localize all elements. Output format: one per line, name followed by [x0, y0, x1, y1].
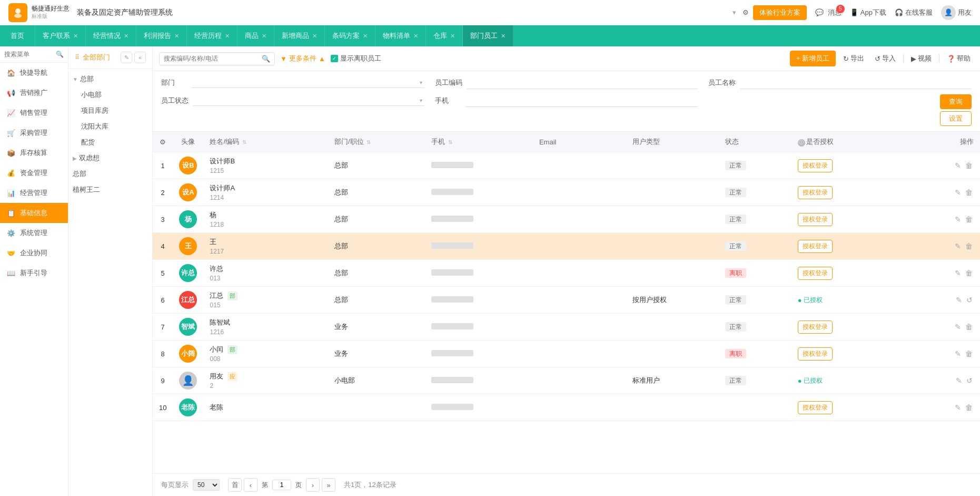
tab-customers-close[interactable]: ✕ — [73, 33, 78, 40]
dept-node-shenyang[interactable]: 沈阳大库 — [68, 119, 152, 134]
delete-button[interactable]: 🗑 — [965, 242, 973, 250]
dept-node-distribution[interactable]: 配货 — [68, 134, 152, 150]
tab-add-goods[interactable]: 新增商品 ✕ — [274, 25, 325, 46]
dept-node-planting[interactable]: 植树王二 — [68, 182, 152, 198]
tab-business-close[interactable]: ✕ — [124, 33, 128, 40]
edit-button[interactable]: ✎ — [955, 161, 961, 170]
auth-login-button[interactable]: 授权登录 — [798, 401, 833, 414]
employee-search-input[interactable] — [164, 55, 259, 62]
app-download-button[interactable]: 📱 App下载 — [850, 8, 886, 17]
dept-node-project-room[interactable]: 项目库房 — [68, 103, 152, 119]
tab-home[interactable]: 首页 — [0, 25, 35, 46]
auth-info-icon[interactable]: ⓘ — [798, 139, 805, 147]
tab-barcode-close[interactable]: ✕ — [363, 33, 368, 40]
dept-node-double-think[interactable]: ▶双虑想 — [68, 150, 152, 166]
edit-button[interactable]: ✎ — [956, 376, 962, 385]
tab-add-goods-close[interactable]: ✕ — [312, 33, 317, 40]
title-dropdown-icon[interactable]: ▾ — [732, 8, 736, 16]
auth-login-button[interactable]: 授权登录 — [798, 320, 833, 334]
prev-page-button[interactable]: ‹ — [244, 478, 258, 492]
edit-button[interactable]: ✎ — [955, 323, 961, 331]
page-size-select[interactable]: 50 100 200 — [193, 479, 220, 491]
tab-business[interactable]: 经营情况 ✕ — [86, 25, 136, 46]
sidebar-item-guide[interactable]: 📖 新手引导 — [0, 263, 68, 283]
tab-goods-close[interactable]: ✕ — [262, 33, 266, 40]
sidebar-item-sales[interactable]: 📈 销售管理 — [0, 103, 68, 123]
edit-button[interactable]: ✎ — [955, 403, 961, 412]
col-phone[interactable]: 手机 ⇅ — [425, 132, 533, 152]
col-dept[interactable]: 部门/职位 ⇅ — [328, 132, 425, 152]
tab-employee[interactable]: 部门员工 ✕ — [463, 25, 513, 46]
next-page-button[interactable]: › — [306, 478, 320, 492]
import-button[interactable]: ↺ 导入 — [872, 52, 899, 65]
sidebar-item-purchase[interactable]: 🛒 采购管理 — [0, 123, 68, 143]
dept-node-small-elec[interactable]: 小电部 — [68, 87, 152, 103]
delete-button[interactable]: 🗑 — [965, 215, 973, 223]
delete-button[interactable]: ↺ — [966, 376, 973, 385]
tab-warehouse[interactable]: 仓库 ✕ — [426, 25, 463, 46]
delete-button[interactable]: 🗑 — [965, 161, 973, 170]
auth-login-button[interactable]: 授权登录 — [798, 347, 833, 361]
sidebar-item-inventory[interactable]: 📦 库存核算 — [0, 143, 68, 163]
user-menu[interactable]: 👤 用友 — [941, 5, 972, 20]
phone-input[interactable] — [466, 94, 698, 107]
sidebar-item-operations[interactable]: 📊 经营管理 — [0, 183, 68, 203]
edit-button[interactable]: ✎ — [955, 215, 961, 223]
sidebar-item-quick-nav[interactable]: 🏠 快捷导航 — [0, 63, 68, 83]
search-button[interactable]: 查询 — [940, 94, 972, 109]
set-button[interactable]: 设置 — [940, 111, 972, 126]
more-conditions-button[interactable]: ▼ 更多条件 ▲ — [280, 54, 325, 63]
auth-login-button[interactable]: 授权登录 — [798, 159, 833, 172]
delete-button[interactable]: 🗑 — [965, 349, 973, 358]
page-number-input[interactable] — [272, 480, 291, 490]
emp-code-input[interactable] — [467, 76, 698, 89]
dept-collapse-icon[interactable]: « — [134, 52, 146, 63]
sidebar-search-input[interactable] — [4, 51, 56, 58]
auth-login-button[interactable]: 授权登录 — [798, 186, 833, 199]
sidebar-item-basic-info[interactable]: 📋 基础信息 — [0, 203, 68, 223]
add-employee-button[interactable]: + 新增员工 — [790, 51, 836, 66]
tab-profit-close[interactable]: ✕ — [174, 33, 179, 40]
view-button[interactable]: ▶ 视频 — [908, 52, 935, 65]
dept-node-general[interactable]: ▼总部 — [68, 71, 152, 87]
emp-status-select[interactable]: ▾ — [193, 95, 424, 106]
tab-customers[interactable]: 客户联系 ✕ — [35, 25, 86, 46]
online-service-button[interactable]: 🎧 在线客服 — [895, 8, 933, 17]
edit-button[interactable]: ✎ — [955, 188, 961, 197]
sidebar-item-enterprise[interactable]: 🤝 企业协同 — [0, 243, 68, 263]
tab-goods[interactable]: 商品 ✕ — [237, 25, 274, 46]
first-page-button[interactable]: 首 — [228, 478, 242, 492]
sidebar-item-system[interactable]: ⚙️ 系统管理 — [0, 223, 68, 243]
dept-select[interactable]: ▾ — [192, 77, 424, 88]
delete-button[interactable]: ↺ — [966, 296, 973, 304]
edit-button[interactable]: ✎ — [955, 269, 961, 277]
delete-button[interactable]: 🗑 — [965, 269, 973, 277]
tab-barcode[interactable]: 条码方案 ✕ — [325, 25, 375, 46]
auth-login-button[interactable]: 授权登录 — [798, 213, 833, 226]
delete-button[interactable]: 🗑 — [965, 188, 973, 197]
settings-button[interactable]: ⚙ — [738, 5, 753, 20]
col-name[interactable]: 姓名/编码 ⇅ — [203, 132, 328, 152]
tab-history-close[interactable]: ✕ — [225, 33, 230, 40]
show-resigned-checkbox-wrap[interactable]: ✓ 显示离职员工 — [331, 54, 381, 63]
sidebar-item-finance[interactable]: 💰 资金管理 — [0, 163, 68, 183]
last-page-button[interactable]: » — [322, 478, 335, 492]
delete-button[interactable]: 🗑 — [965, 323, 973, 331]
tab-history[interactable]: 经营历程 ✕ — [187, 25, 237, 46]
tab-material[interactable]: 物料清单 ✕ — [375, 25, 426, 46]
show-resigned-checkbox[interactable]: ✓ — [331, 55, 338, 62]
export-button[interactable]: ↻ 导出 — [840, 52, 867, 65]
auth-login-button[interactable]: 授权登录 — [798, 267, 833, 280]
sidebar-item-marketing[interactable]: 📢 营销推广 — [0, 83, 68, 103]
edit-button[interactable]: ✎ — [955, 242, 961, 250]
message-button[interactable]: 💬 5 消息 — [815, 8, 842, 17]
help-button[interactable]: ❓ 帮助 — [944, 52, 974, 65]
tab-profit[interactable]: 利润报告 ✕ — [136, 25, 187, 46]
col-settings[interactable]: ⚙ — [153, 132, 173, 152]
tab-employee-close[interactable]: ✕ — [501, 33, 506, 40]
edit-button[interactable]: ✎ — [955, 349, 961, 358]
auth-login-button[interactable]: 授权登录 — [798, 240, 833, 253]
emp-name-input[interactable] — [740, 76, 972, 89]
tab-warehouse-close[interactable]: ✕ — [450, 33, 455, 40]
tab-material-close[interactable]: ✕ — [413, 33, 418, 40]
